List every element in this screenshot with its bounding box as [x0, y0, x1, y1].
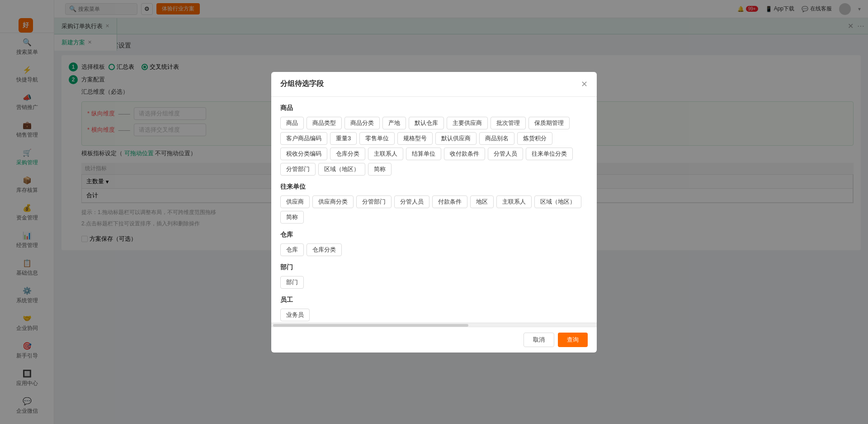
field-select-modal: 分组待选字段 ✕ 商品商品商品类型商品分类产地默认仓库主要供应商批次管理保质期管…	[271, 72, 597, 353]
field-tag-partner-5[interactable]: 地区	[470, 195, 494, 208]
field-tag-partner-0[interactable]: 供应商	[280, 195, 310, 208]
field-section-warehouse: 仓库仓库仓库分类	[280, 231, 588, 256]
horizontal-scrollbar-thumb	[273, 324, 468, 327]
modal-close-btn[interactable]: ✕	[581, 79, 588, 89]
field-tag-partner-8[interactable]: 简称	[280, 211, 304, 224]
field-tag-product-0[interactable]: 商品	[280, 117, 304, 129]
field-tag-product-8[interactable]: 客户商品编码	[280, 132, 327, 145]
modal-footer: 取消 查询	[271, 327, 597, 353]
field-tag-partner-6[interactable]: 主联系人	[496, 195, 532, 208]
modal-horizontal-scrollbar[interactable]	[271, 323, 597, 326]
modal-header: 分组待选字段 ✕	[271, 72, 597, 97]
section-title-product: 商品	[280, 104, 588, 112]
field-tags-department: 部门	[280, 276, 588, 289]
field-section-department: 部门部门	[280, 263, 588, 289]
field-tag-product-7[interactable]: 保质期管理	[528, 117, 570, 129]
field-tag-partner-4[interactable]: 付款条件	[432, 195, 467, 208]
field-tag-product-10[interactable]: 零售单位	[359, 132, 395, 145]
field-tag-product-4[interactable]: 默认仓库	[409, 117, 444, 129]
field-tag-product-23[interactable]: 区域（地区）	[318, 163, 365, 176]
field-tag-product-5[interactable]: 主要供应商	[447, 117, 488, 129]
field-tag-product-11[interactable]: 规格型号	[397, 132, 433, 145]
field-tag-product-22[interactable]: 分管部门	[280, 163, 316, 176]
field-tag-partner-2[interactable]: 分管部门	[356, 195, 392, 208]
field-tag-product-3[interactable]: 产地	[382, 117, 406, 129]
field-tag-product-20[interactable]: 分管人员	[488, 148, 523, 160]
field-tag-warehouse-1[interactable]: 仓库分类	[307, 243, 342, 256]
field-section-employee: 员工业务员	[280, 296, 588, 321]
modal-title: 分组待选字段	[280, 79, 324, 89]
modal-body: 商品商品商品类型商品分类产地默认仓库主要供应商批次管理保质期管理客户商品编码重量…	[271, 97, 597, 323]
field-tag-product-9[interactable]: 重量3	[330, 132, 357, 145]
field-tags-employee: 业务员	[280, 309, 588, 321]
field-tag-partner-7[interactable]: 区域（地区）	[534, 195, 581, 208]
field-tag-product-13[interactable]: 商品别名	[479, 132, 514, 145]
field-tag-partner-1[interactable]: 供应商分类	[312, 195, 354, 208]
field-tag-product-16[interactable]: 仓库分类	[330, 148, 365, 160]
modal-confirm-btn[interactable]: 查询	[558, 333, 588, 347]
section-title-warehouse: 仓库	[280, 231, 588, 239]
field-section-partner: 往来单位供应商供应商分类分管部门分管人员付款条件地区主联系人区域（地区）简称	[280, 183, 588, 224]
field-tag-product-12[interactable]: 默认供应商	[435, 132, 476, 145]
field-tag-product-14[interactable]: 炼货积分	[517, 132, 552, 145]
field-tag-product-24[interactable]: 简称	[368, 163, 392, 176]
field-tag-product-2[interactable]: 商品分类	[344, 117, 380, 129]
field-tag-product-15[interactable]: 税收分类编码	[280, 148, 327, 160]
field-tag-partner-3[interactable]: 分管人员	[394, 195, 429, 208]
field-tag-product-19[interactable]: 收付款条件	[444, 148, 485, 160]
field-tag-product-21[interactable]: 往来单位分类	[526, 148, 573, 160]
field-tag-product-18[interactable]: 结算单位	[406, 148, 441, 160]
modal-overlay: 分组待选字段 ✕ 商品商品商品类型商品分类产地默认仓库主要供应商批次管理保质期管…	[0, 0, 868, 424]
field-tags-product: 商品商品类型商品分类产地默认仓库主要供应商批次管理保质期管理客户商品编码重量3零…	[280, 117, 588, 176]
field-tag-product-17[interactable]: 主联系人	[368, 148, 403, 160]
section-title-employee: 员工	[280, 296, 588, 304]
field-tag-warehouse-0[interactable]: 仓库	[280, 243, 304, 256]
field-tag-employee-0[interactable]: 业务员	[280, 309, 310, 321]
field-tag-product-6[interactable]: 批次管理	[491, 117, 526, 129]
section-title-department: 部门	[280, 263, 588, 272]
section-title-partner: 往来单位	[280, 183, 588, 191]
field-tags-partner: 供应商供应商分类分管部门分管人员付款条件地区主联系人区域（地区）简称	[280, 195, 588, 224]
field-tags-warehouse: 仓库仓库分类	[280, 243, 588, 256]
field-tag-product-1[interactable]: 商品类型	[307, 117, 342, 129]
modal-cancel-btn[interactable]: 取消	[524, 333, 554, 347]
field-section-product: 商品商品商品类型商品分类产地默认仓库主要供应商批次管理保质期管理客户商品编码重量…	[280, 104, 588, 176]
field-tag-department-0[interactable]: 部门	[280, 276, 304, 289]
